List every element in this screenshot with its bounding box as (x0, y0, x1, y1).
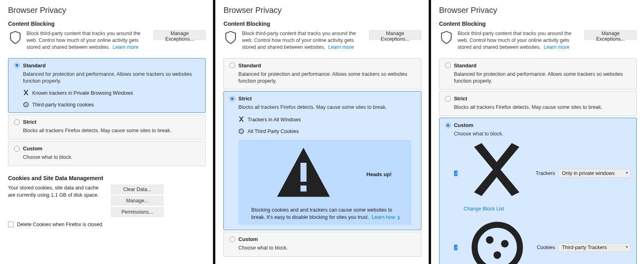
radio-standard[interactable] (14, 62, 20, 68)
permissions-button[interactable]: Permissions... (111, 207, 163, 217)
prefs-panel-standard: Browser Privacy Content Blocking Block t… (0, 0, 215, 264)
cookies-section-title: Cookies and Site Data Management (8, 175, 206, 181)
manage-button[interactable]: Manage... (111, 196, 163, 206)
option-standard-label: Standard (238, 62, 261, 69)
content-blocking-title: Content Blocking (8, 21, 206, 27)
option-custom-desc: Choose what to block. (23, 154, 200, 161)
option-custom[interactable]: Custom Choose what to block. (8, 141, 206, 166)
clear-data-button[interactable]: Clear Data... (111, 185, 163, 194)
trackers-dropdown[interactable]: Only in private windows (558, 169, 631, 178)
option-strict-desc: Blocks all trackers Firefox detects. May… (238, 104, 415, 111)
content-blocking-title: Content Blocking (439, 21, 637, 27)
tracker-icon (238, 116, 244, 123)
option-strict-label: Strict (454, 96, 467, 102)
cookies-dropdown[interactable]: Third-party Trackers (558, 243, 631, 252)
option-custom-desc: Choose what to block. (238, 245, 415, 252)
option-strict[interactable]: Strict Blocks all trackers Firefox detec… (223, 91, 421, 230)
option-standard-desc: Balanced for protection and performance.… (238, 71, 415, 85)
shield-icon (439, 30, 454, 46)
shield-icon (8, 30, 23, 46)
option-standard[interactable]: Standard Balanced for protection and per… (439, 58, 637, 90)
delete-on-close-label: Delete Cookies when Firefox is closed (17, 222, 102, 227)
page-title: Browser Privacy (8, 6, 206, 15)
tracker-icon (461, 143, 533, 204)
prefs-panel-custom: Browser Privacy Content Blocking Block t… (431, 0, 644, 264)
option-strict[interactable]: Strict Blocks all trackers Firefox detec… (8, 114, 206, 139)
radio-custom[interactable] (445, 123, 451, 128)
manage-exceptions-button[interactable]: Manage Exceptions... (153, 30, 206, 40)
cookies-label: Cookies (537, 245, 555, 250)
strict-item-trackers: Trackers in All Windows (248, 117, 301, 123)
option-custom[interactable]: Custom Choose what to block. (223, 232, 421, 257)
learn-how-link[interactable]: Learn how❯ (372, 214, 400, 220)
radio-standard[interactable] (445, 62, 451, 68)
option-strict-label: Strict (238, 96, 252, 102)
tracker-icon (23, 90, 29, 96)
option-standard-desc: Balanced for protection and performance.… (23, 71, 200, 85)
option-standard[interactable]: Standard Balanced for protection and per… (8, 58, 206, 113)
content-blocking-intro: Block third-party content that tracks yo… (458, 30, 580, 51)
option-standard[interactable]: Standard Balanced for protection and per… (223, 58, 421, 90)
cookies-checkbox[interactable] (454, 245, 458, 250)
option-strict[interactable]: Strict Blocks all trackers Firefox detec… (439, 91, 637, 116)
standard-item-cookies: Third-party tracking cookies (32, 102, 94, 108)
cookies-text: Your stored cookies, site data and cache… (8, 185, 105, 199)
cookie-icon (238, 128, 244, 134)
learn-more-link[interactable]: Learn more (328, 44, 354, 50)
radio-custom[interactable] (229, 237, 235, 242)
page-title: Browser Privacy (223, 6, 421, 15)
option-standard-desc: Balanced for protection and performance.… (454, 71, 631, 85)
radio-strict[interactable] (229, 96, 235, 102)
warning-icon (243, 144, 364, 204)
cookie-icon (23, 102, 29, 108)
strict-item-cookies: All Third Party Cookies (248, 129, 299, 134)
option-strict-desc: Blocks all trackers Firefox detects. May… (23, 127, 200, 134)
option-custom-label: Custom (454, 122, 473, 128)
content-blocking-intro: Block third-party content that tracks yo… (27, 30, 149, 51)
manage-exceptions-button[interactable]: Manage Exceptions... (369, 30, 421, 40)
trackers-checkbox[interactable] (454, 170, 458, 176)
option-standard-label: Standard (454, 62, 477, 69)
heads-up-box: Heads up! Blocking cookies and and track… (238, 140, 411, 225)
trackers-label: Trackers (536, 170, 555, 176)
radio-strict[interactable] (14, 119, 20, 125)
option-custom-label: Custom (23, 146, 42, 152)
cookie-icon (461, 217, 534, 264)
option-strict-desc: Blocks all trackers Firefox detects. May… (454, 104, 631, 111)
prefs-panel-strict: Browser Privacy Content Blocking Block t… (215, 0, 431, 264)
shield-icon (223, 30, 238, 46)
content-blocking-title: Content Blocking (223, 21, 421, 27)
radio-strict[interactable] (445, 96, 451, 102)
radio-standard[interactable] (229, 62, 235, 68)
standard-item-trackers: Known trackers in Private Browsing Windo… (32, 90, 133, 96)
change-block-list-link[interactable]: Change Block List (464, 206, 504, 212)
radio-custom[interactable] (14, 146, 20, 152)
option-strict-label: Strict (23, 119, 36, 125)
delete-on-close-checkbox[interactable] (8, 222, 14, 227)
learn-more-link[interactable]: Learn more (113, 44, 138, 50)
option-custom-desc: Choose what to block. (454, 131, 631, 137)
option-custom[interactable]: Custom Choose what to block. Trackers On… (439, 118, 637, 264)
option-standard-label: Standard (23, 62, 45, 69)
manage-exceptions-button[interactable]: Manage Exceptions... (584, 30, 637, 40)
learn-more-link[interactable]: Learn more (544, 44, 570, 50)
option-custom-label: Custom (238, 236, 258, 242)
page-title: Browser Privacy (439, 6, 637, 15)
content-blocking-intro: Block third-party content that tracks yo… (242, 30, 365, 51)
